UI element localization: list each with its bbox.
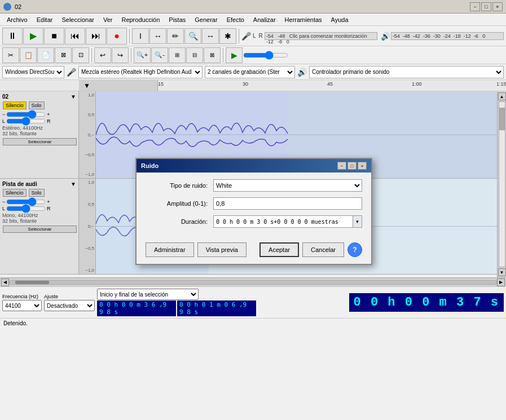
menu-herramientas[interactable]: Herramientas bbox=[280, 16, 327, 24]
noise-type-select[interactable]: White Pink Brownian bbox=[213, 179, 362, 192]
scale-n05: −0,5 bbox=[80, 152, 94, 157]
speed-slider[interactable] bbox=[243, 51, 288, 60]
scroll-right-button[interactable]: ▶ bbox=[497, 278, 505, 286]
paste-button[interactable]: 📄 bbox=[37, 47, 54, 63]
zoom-in-button[interactable]: 🔍+ bbox=[134, 47, 151, 63]
minimize-button[interactable]: − bbox=[470, 2, 480, 11]
status-text: Detenido. bbox=[3, 320, 28, 326]
track-1-select[interactable]: Seleccionar bbox=[3, 138, 77, 145]
vol2-plus: + bbox=[47, 199, 50, 205]
vol-plus: + bbox=[47, 112, 50, 117]
menu-reproduccion[interactable]: Reproducción bbox=[117, 16, 164, 24]
track-2-solo[interactable]: Solo bbox=[29, 189, 45, 197]
preview-button[interactable]: Vista previa bbox=[197, 242, 247, 257]
input-device-select[interactable]: Mezcla estéreo (Realtek High Definition … bbox=[78, 66, 203, 78]
menu-pistas[interactable]: Pistas bbox=[164, 16, 190, 24]
track-2-mute[interactable]: Silencio bbox=[3, 189, 27, 197]
undo-button[interactable]: ↩ bbox=[94, 47, 111, 63]
track-1-dropdown[interactable]: ▼ bbox=[71, 94, 76, 100]
duration-input[interactable] bbox=[213, 215, 353, 228]
amplitude-label: Amplitud (0-1): bbox=[146, 200, 213, 207]
scroll-track bbox=[499, 101, 505, 267]
draw-tool[interactable]: ✏ bbox=[167, 28, 184, 44]
cancel-button[interactable]: Cancelar bbox=[302, 242, 344, 257]
close-button[interactable]: × bbox=[492, 2, 503, 11]
scale2-1-0: 1,0 bbox=[80, 180, 94, 185]
skip-forward-button[interactable]: ⏭ bbox=[86, 28, 106, 45]
scale2-n10: −1,0 bbox=[80, 268, 94, 273]
menu-generar[interactable]: Generar bbox=[190, 16, 222, 24]
envelope-tool[interactable]: ↔ bbox=[149, 28, 166, 44]
timeline-mark-30: 30 bbox=[243, 81, 248, 87]
track-2-select[interactable]: Seleccionar bbox=[3, 226, 77, 233]
window-controls: − □ × bbox=[470, 2, 503, 11]
zoom-sel-button[interactable]: ⊟ bbox=[186, 47, 203, 63]
copy-button[interactable]: 📋 bbox=[20, 47, 37, 63]
pause-button[interactable]: ⏸ bbox=[2, 28, 23, 45]
stop-button[interactable]: ■ bbox=[44, 28, 64, 45]
track-1-solo[interactable]: Solo bbox=[29, 101, 45, 109]
zoom-tool[interactable]: 🔍 bbox=[184, 28, 201, 44]
cut-button[interactable]: ✂ bbox=[2, 47, 19, 63]
speaker-icon-toolbar: 🔊 bbox=[381, 32, 390, 41]
dialog-close-button[interactable]: × bbox=[358, 162, 367, 170]
output-device-select[interactable]: Controlador primario de sonido bbox=[309, 66, 504, 78]
ok-button[interactable]: Aceptar bbox=[259, 242, 299, 257]
menu-ayuda[interactable]: Ayuda bbox=[327, 16, 353, 24]
freq-select[interactable]: 44100 bbox=[2, 300, 42, 311]
menu-seleccionar[interactable]: Seleccionar bbox=[57, 16, 98, 24]
scroll-up-button[interactable]: ▲ bbox=[498, 92, 506, 100]
vol2-minus: − bbox=[2, 199, 5, 205]
maximize-button[interactable]: □ bbox=[481, 2, 491, 11]
selection-type-select[interactable]: Inicio y final de la selección bbox=[97, 289, 199, 300]
device-bar: Windows DirectSou 🎤 Mezcla estéreo (Real… bbox=[0, 64, 506, 80]
channels-select[interactable]: 2 canales de grabación (Ster bbox=[205, 66, 295, 78]
play-button[interactable]: ▶ bbox=[23, 28, 43, 45]
scroll-down-button[interactable]: ▼ bbox=[498, 268, 506, 276]
track-1-pan[interactable] bbox=[6, 118, 46, 124]
record-button[interactable]: ● bbox=[107, 28, 127, 45]
dialog-maximize-button[interactable]: □ bbox=[347, 162, 357, 170]
track-2-yscale: 1,0 0,5 0,− −0,5 −1,0 bbox=[79, 179, 96, 274]
track-2-pan[interactable] bbox=[6, 206, 46, 211]
scroll-thumb[interactable] bbox=[499, 108, 505, 130]
transport-toolbar: ⏸ ▶ ■ ⏮ ⏭ ● I ↔ ✏ 🔍 ↔ ✱ 🎤 L R -54 -48 Cl… bbox=[0, 26, 506, 46]
timeshift-tool[interactable]: ↔ bbox=[202, 28, 219, 44]
app-icon bbox=[3, 3, 11, 11]
selection-times: 0 0 h 0 0 m 3 6 ,9 9 8 s 0 0 h 0 1 m 0 6… bbox=[97, 300, 256, 316]
zoom-fit-button[interactable]: ⊞ bbox=[169, 47, 186, 63]
redo-button[interactable]: ↪ bbox=[112, 47, 129, 63]
adjust-select[interactable]: Desactivado bbox=[44, 300, 95, 311]
play-at-speed-button[interactable]: ▶ bbox=[226, 47, 243, 63]
zoom-out-button[interactable]: 🔍- bbox=[151, 47, 168, 63]
menu-analizar[interactable]: Analizar bbox=[249, 16, 280, 24]
help-button[interactable]: ? bbox=[347, 242, 362, 257]
menu-archivo[interactable]: Archivo bbox=[2, 16, 32, 24]
zoom-tool2[interactable]: ⊠ bbox=[204, 47, 221, 63]
horizontal-scrollbar[interactable]: ◀ ▶ bbox=[0, 277, 506, 286]
track-1-mute[interactable]: Silencio bbox=[3, 101, 27, 109]
noise-type-row: Tipo de ruido: White Pink Brownian bbox=[146, 179, 362, 192]
skip-back-button[interactable]: ⏮ bbox=[65, 28, 85, 45]
trim-button[interactable]: ⊠ bbox=[55, 47, 72, 63]
select-tool[interactable]: I bbox=[132, 28, 149, 44]
duration-spinner-btn[interactable]: ▼ bbox=[353, 215, 362, 228]
vertical-scrollbar[interactable]: ▲ ▼ bbox=[497, 91, 506, 277]
scroll-left-button[interactable]: ◀ bbox=[1, 278, 9, 286]
dialog-title-bar: Ruido − □ × bbox=[137, 159, 371, 173]
track-1-info: Estéreo, 44100Hz32 bits, flotante bbox=[2, 125, 76, 136]
manage-button[interactable]: Administrar bbox=[146, 242, 194, 257]
dialog-minimize-button[interactable]: − bbox=[337, 162, 346, 170]
amplitude-input[interactable] bbox=[213, 197, 362, 210]
menu-efecto[interactable]: Efecto bbox=[222, 16, 249, 24]
dialog-window-controls: − □ × bbox=[337, 162, 367, 170]
multi-tool[interactable]: ✱ bbox=[219, 28, 236, 44]
track-2-dropdown[interactable]: ▼ bbox=[71, 181, 76, 187]
silence-button[interactable]: ⊡ bbox=[72, 47, 89, 63]
host-select[interactable]: Windows DirectSou bbox=[2, 66, 64, 78]
scale-n10: −1,0 bbox=[80, 172, 94, 177]
menu-editar[interactable]: Editar bbox=[32, 16, 58, 24]
h-scroll-thumb[interactable] bbox=[15, 281, 49, 284]
title-bar: 02 − □ × bbox=[0, 0, 506, 14]
menu-ver[interactable]: Ver bbox=[99, 16, 117, 24]
